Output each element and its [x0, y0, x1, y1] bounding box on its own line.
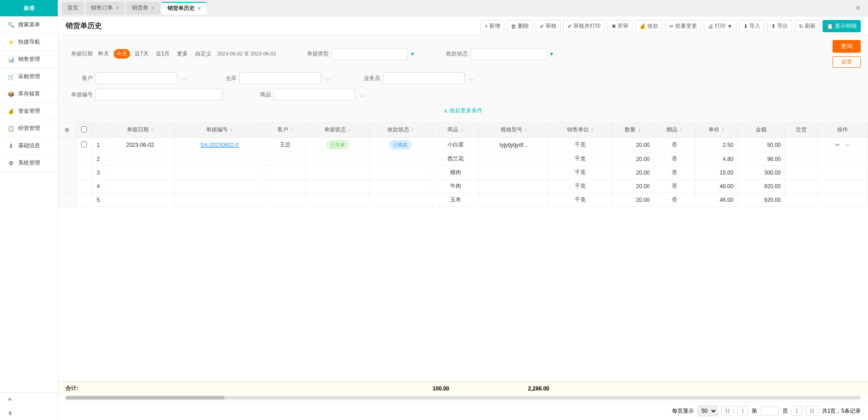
- tab-sales-delivery[interactable]: 销货单 ✕: [126, 2, 160, 15]
- pay-status-select[interactable]: [471, 48, 547, 60]
- warehouse-ellipsis[interactable]: ...: [324, 75, 332, 81]
- row-docstatus: 已生效: [306, 138, 369, 152]
- col-unit[interactable]: 销售单位 ↕: [549, 122, 612, 138]
- table-row: 5 玉米 千克 20.00 否 46.00 920.00: [58, 193, 868, 207]
- warehouse-input[interactable]: [239, 72, 321, 84]
- col-spec-sort[interactable]: ↕: [525, 127, 527, 132]
- col-date[interactable]: 单据日期 ↕: [105, 122, 175, 138]
- col-docno[interactable]: 单据编号 ↕: [175, 122, 264, 138]
- btn-unapprove[interactable]: ✖ 弃审: [607, 20, 632, 32]
- sidebar-item-system[interactable]: ⚙ 系统管理: [0, 155, 58, 172]
- tab-sales-history-close[interactable]: ✕: [197, 6, 201, 11]
- col-docno-label: 单据编号: [206, 126, 228, 133]
- goods-input[interactable]: [274, 89, 356, 100]
- page-first[interactable]: ⟨⟨: [721, 406, 734, 416]
- col-price-label: 单价: [708, 126, 719, 133]
- staff-input[interactable]: [383, 72, 465, 84]
- sidebar-item-label-purchase: 采购管理: [18, 73, 40, 80]
- date-btn-more[interactable]: 更多: [174, 49, 191, 59]
- main-content: 首页 销售订单 ✕ 销货单 ✕ 销货单历史 ✕ ✕ 销货单历史 + 新增: [58, 0, 868, 420]
- table-row: 2 西兰花 千克 20.00 否 4.80 96.00: [58, 152, 868, 166]
- sidebar-item-finance[interactable]: 💰 资金管理: [0, 103, 58, 120]
- query-button[interactable]: 查询: [833, 40, 861, 53]
- row-seq: 4: [91, 180, 105, 193]
- doc-type-select[interactable]: [331, 48, 408, 60]
- select-all-checkbox[interactable]: [81, 126, 87, 132]
- btn-refresh[interactable]: ↻ 刷新: [795, 20, 820, 32]
- tab-sales-order[interactable]: 销售订单 ✕: [85, 2, 125, 15]
- page-next[interactable]: ⟩: [792, 406, 802, 416]
- tab-sales-delivery-close[interactable]: ✕: [151, 5, 155, 10]
- tab-home[interactable]: 首页: [62, 2, 84, 15]
- collapse-button[interactable]: ∧ 收起更多条件: [65, 105, 861, 116]
- customer-ellipsis[interactable]: ...: [180, 75, 188, 81]
- docno-input[interactable]: [95, 89, 223, 100]
- tab-sales-order-close[interactable]: ✕: [115, 5, 119, 10]
- col-price-sort[interactable]: ↕: [722, 127, 724, 132]
- h-scrollbar-track[interactable]: [65, 396, 861, 400]
- tab-bar-close[interactable]: ✕: [851, 4, 864, 12]
- btn-export[interactable]: ⬆ 导出: [767, 20, 792, 32]
- col-spec[interactable]: 规格型号 ↕: [479, 122, 549, 138]
- btn-refresh-label: 刷新: [805, 22, 816, 30]
- col-docstatus[interactable]: 单据状态 ↕: [306, 122, 369, 138]
- col-unit-sort[interactable]: ↕: [591, 127, 593, 132]
- btn-approve[interactable]: ✔ 审核: [536, 20, 561, 32]
- row-checkbox[interactable]: [81, 141, 87, 147]
- page-number-input[interactable]: 1: [761, 406, 779, 415]
- sidebar-item-quicknav[interactable]: ⚡ 快捷导航: [0, 34, 58, 51]
- col-paystatus-sort[interactable]: ↕: [411, 127, 414, 132]
- col-qty-sort[interactable]: ↕: [638, 127, 640, 132]
- edit-icon[interactable]: ✏: [833, 141, 842, 149]
- col-date-sort[interactable]: ↕: [151, 127, 153, 132]
- btn-new[interactable]: + 新增: [481, 20, 504, 32]
- btn-print[interactable]: 🖨 打印 ▼: [704, 20, 737, 32]
- doc-type-dropdown-icon[interactable]: ▼: [410, 51, 415, 57]
- col-gear[interactable]: ⚙: [58, 122, 76, 138]
- page-last[interactable]: ⟩⟩: [806, 406, 818, 416]
- col-customer-sort[interactable]: ↕: [291, 127, 293, 132]
- btn-show-detail[interactable]: 📋 显示明细: [823, 20, 861, 32]
- col-gift-sort[interactable]: ↕: [680, 127, 682, 132]
- btn-approve-print[interactable]: ✔ 审核并打印: [563, 20, 605, 32]
- sidebar-item-management[interactable]: 📋 经营管理: [0, 120, 58, 137]
- staff-ellipsis[interactable]: ...: [467, 75, 476, 81]
- btn-batch-change[interactable]: ✏ 批量变更: [665, 20, 701, 32]
- doc-no-link[interactable]: SA-20230602-0: [201, 142, 239, 148]
- col-gift[interactable]: 赠品 ↕: [653, 122, 695, 138]
- set-button[interactable]: 设置: [833, 56, 861, 68]
- date-btn-today[interactable]: 今天: [114, 49, 130, 59]
- sidebar-item-search[interactable]: 🔍 搜索菜单: [0, 16, 58, 34]
- col-check: [76, 122, 91, 138]
- btn-payment[interactable]: 💰 收款: [635, 20, 662, 32]
- col-docstatus-sort[interactable]: ↕: [348, 127, 351, 132]
- tab-sales-history[interactable]: 销货单历史 ✕: [162, 2, 206, 15]
- pay-status-dropdown-icon[interactable]: ▼: [549, 51, 554, 57]
- col-qty[interactable]: 数量 ↕: [612, 122, 653, 138]
- col-price[interactable]: 单价 ↕: [695, 122, 737, 138]
- sidebar-item-inventory[interactable]: 📦 库存核算: [0, 85, 58, 103]
- sidebar-item-purchase[interactable]: 🛒 采购管理: [0, 68, 58, 85]
- col-goods[interactable]: 商品 ↕: [432, 122, 479, 138]
- sidebar-item-sales[interactable]: 📊 销售管理: [0, 51, 58, 68]
- col-goods-sort[interactable]: ↕: [461, 127, 463, 132]
- date-btn-yesterday[interactable]: 昨天: [95, 49, 112, 59]
- btn-import[interactable]: ⬇ 导入: [739, 20, 764, 32]
- customer-input[interactable]: [95, 72, 177, 84]
- col-customer[interactable]: 客户 ↕: [264, 122, 306, 138]
- goods-ellipsis[interactable]: ...: [358, 91, 366, 98]
- col-docno-sort[interactable]: ↕: [231, 127, 233, 132]
- data-table: ⚙ 单据日期 ↕ 单据编号 ↕ 客户 ↕: [58, 122, 868, 207]
- date-btn-7days[interactable]: 近7天: [132, 49, 151, 59]
- sidebar-item-base[interactable]: ℹ 基础信息: [0, 137, 58, 155]
- col-paystatus[interactable]: 收款状态 ↕: [369, 122, 432, 138]
- date-btn-custom[interactable]: 自定义: [192, 49, 214, 59]
- more-icon[interactable]: ⋯: [843, 141, 852, 149]
- btn-delete[interactable]: 🗑 删除: [507, 20, 533, 32]
- page-prev[interactable]: ⟨: [738, 406, 748, 416]
- h-scrollbar-thumb[interactable]: [65, 396, 225, 400]
- date-btn-1month[interactable]: 近1月: [153, 49, 173, 59]
- sidebar-footer-sun[interactable]: ☀: [0, 393, 58, 406]
- per-page-select[interactable]: 50: [697, 405, 717, 416]
- sidebar-footer-pause[interactable]: ⏸: [0, 406, 58, 420]
